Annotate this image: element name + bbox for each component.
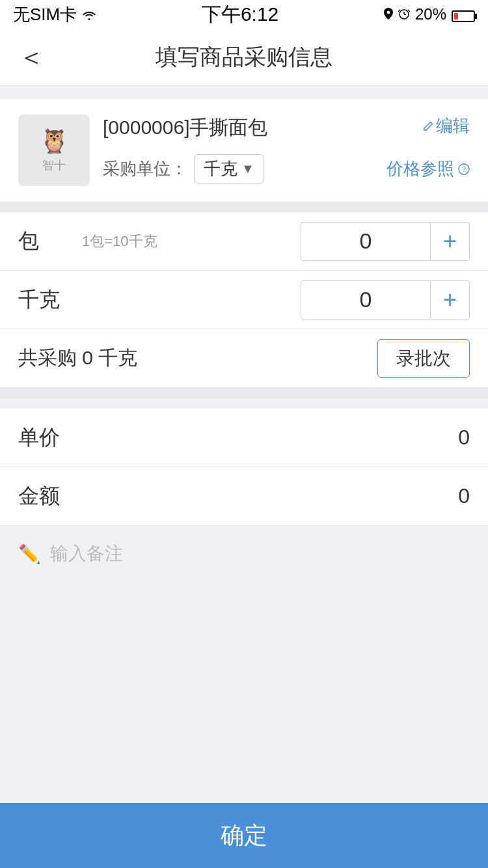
product-edit-button[interactable]: 编辑 <box>423 115 470 137</box>
package-quantity-input[interactable]: 0 <box>301 222 431 261</box>
unit-select[interactable]: 千克 ▼ <box>194 154 264 183</box>
notes-placeholder: 输入备注 <box>50 541 123 566</box>
product-brand-text: 智十 <box>42 157 66 173</box>
chevron-down-icon: ▼ <box>241 161 254 176</box>
unit-price-label: 单价 <box>18 424 60 452</box>
product-name: [0000006]手撕面包 <box>103 115 423 141</box>
nav-bar: ＜ 填写商品采购信息 <box>0 29 488 86</box>
package-plus-button[interactable]: + <box>431 222 470 261</box>
product-unit-row: 采购单位： 千克 ▼ 价格参照 ? <box>103 154 470 183</box>
status-bar: 无SIM卡 下午6:12 20% <box>0 0 488 29</box>
package-input-right: 0 + <box>301 222 470 261</box>
product-info: [0000006]手撕面包 编辑 采购单位： 千克 ▼ 价格参照 ? <box>103 115 470 183</box>
confirm-button[interactable]: 确定 <box>0 803 488 868</box>
status-left: 无SIM卡 <box>13 3 96 26</box>
divider-2 <box>0 388 488 398</box>
package-input-row: 包 1包=10千克 0 + <box>0 212 488 271</box>
unit-price-row: 单价 0 <box>0 409 488 467</box>
package-input-section: 包 1包=10千克 0 + 千克 0 + 共采购 0 <box>0 212 488 388</box>
page-title: 填写商品采购信息 <box>156 42 332 72</box>
product-owl-icon: 🦉 <box>40 128 69 155</box>
amount-label: 金额 <box>18 482 60 511</box>
record-batch-button[interactable]: 录批次 <box>377 339 470 378</box>
divider-1 <box>0 202 488 212</box>
location-icon <box>384 5 393 23</box>
kg-label: 千克 <box>18 286 77 314</box>
amount-row: 金额 0 <box>0 467 488 526</box>
battery-icon <box>452 5 475 23</box>
kg-input-row: 千克 0 + <box>0 271 488 329</box>
pencil-icon: ✏️ <box>18 543 41 565</box>
amount-value: 0 <box>458 484 470 508</box>
product-thumbnail: 🦉 智十 <box>18 115 90 186</box>
battery-percent: 20% <box>415 5 446 23</box>
wifi-icon <box>82 5 96 25</box>
unit-label: 采购单位： <box>103 157 187 180</box>
product-header: [0000006]手撕面包 编辑 <box>103 115 470 141</box>
alarm-icon <box>398 5 410 23</box>
kg-input-right: 0 + <box>301 280 470 319</box>
package-sublabel: 1包=10千克 <box>82 232 301 251</box>
kg-plus-button[interactable]: + <box>431 280 470 319</box>
sim-text: 无SIM卡 <box>13 3 77 26</box>
notes-section[interactable]: ✏️ 输入备注 <box>0 526 488 582</box>
status-time: 下午6:12 <box>202 1 278 28</box>
package-label: 包 <box>18 227 77 256</box>
svg-text:?: ? <box>462 165 466 173</box>
status-right: 20% <box>384 5 475 23</box>
info-section: 单价 0 金额 0 <box>0 409 488 526</box>
kg-quantity-input[interactable]: 0 <box>301 280 431 319</box>
unit-price-value: 0 <box>458 426 470 450</box>
content-area <box>0 582 488 777</box>
total-label: 共采购 0 千克 <box>18 345 137 372</box>
back-button[interactable]: ＜ <box>18 39 44 75</box>
product-card: 🦉 智十 [0000006]手撕面包 编辑 采购单位： 千克 ▼ 价格参照 <box>0 99 488 202</box>
price-reference-button[interactable]: 价格参照 ? <box>386 157 470 180</box>
total-row: 共采购 0 千克 录批次 <box>0 329 488 388</box>
